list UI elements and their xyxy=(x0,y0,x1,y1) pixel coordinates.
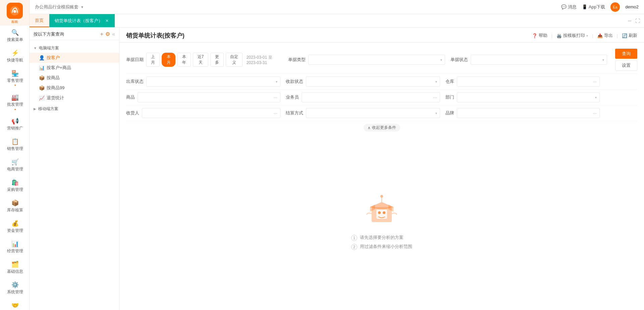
print-icon: 🖨️ xyxy=(556,33,562,38)
tree-item-by-customer[interactable]: 👤 按客户 xyxy=(30,53,119,63)
goods99-icon: 📦 xyxy=(39,85,45,91)
tree-arrow-icon: ▶ xyxy=(34,107,36,111)
tree-item-by-goods-99[interactable]: 📦 按商品99 xyxy=(30,83,119,93)
brand-input[interactable]: ··· xyxy=(457,108,600,118)
tab-home[interactable]: 首页 xyxy=(30,14,49,27)
sidebar: 标账 🔍 搜索菜单 ⚡ 快捷导航 🏪 零售管理 ▾ 🏭 批发管理 ▴ 📢 营销推… xyxy=(0,0,30,310)
refresh-button[interactable]: 🔄 刷新 xyxy=(622,33,637,39)
tree-item-return-stats[interactable]: 📈 退货统计 xyxy=(30,93,119,103)
dept-select[interactable]: ▾ xyxy=(457,92,600,102)
user-avatar[interactable]: Ea xyxy=(610,2,620,12)
system-icon: ⚙️ xyxy=(11,281,19,289)
receipt-status-label: 收款状态 xyxy=(286,79,303,85)
date-btn-this-year[interactable]: 本年 xyxy=(177,53,191,67)
settings-scheme-button[interactable]: ⚙ xyxy=(105,31,110,37)
breadcrumb: 办公用品行业模拟账套 xyxy=(35,4,78,10)
sidebar-item-label: 批发管理 xyxy=(7,102,23,107)
tree-item-by-customer-goods[interactable]: 📊 按客户+商品 xyxy=(30,63,119,73)
left-panel-title: 按以下方案查询 xyxy=(34,31,64,37)
left-panel-actions: + ⚙ « xyxy=(100,31,115,37)
svg-point-5 xyxy=(383,211,385,214)
left-panel-header: 按以下方案查询 + ⚙ « xyxy=(30,28,119,40)
doc-status-dropdown-icon: ▾ xyxy=(602,58,604,62)
sidebar-item-marketing[interactable]: 📢 营销推广 xyxy=(0,114,29,135)
add-scheme-button[interactable]: + xyxy=(100,31,103,37)
help-icon: ❓ xyxy=(532,33,537,38)
filter-section: 单据日期 上月 本月 本年 近7天 更多 自定义 2023-03-01 至 20… xyxy=(119,43,644,134)
top-header: 办公用品行业模拟账套 ▾ 💬 消息 📱 App下载 Ea demo2 xyxy=(30,0,644,14)
collapse-panel-button[interactable]: « xyxy=(112,31,115,37)
salesperson-dots-icon: ··· xyxy=(433,95,437,100)
sidebar-item-basic[interactable]: 🗂️ 基础信息 xyxy=(0,257,29,278)
tree-item-by-goods[interactable]: 📦 按商品 xyxy=(30,73,119,83)
basic-icon: 🗂️ xyxy=(11,261,19,268)
payment-select[interactable]: ▾ xyxy=(306,108,440,118)
sidebar-item-purchase[interactable]: 🛍️ 采购管理 xyxy=(0,175,29,196)
sales-icon: 📋 xyxy=(11,138,19,145)
page-actions: ❓ 帮助 | 🖨️ 按模板打印 ▾ | 📤 导出 | xyxy=(532,33,637,39)
dept-dropdown-icon: ▾ xyxy=(595,96,597,99)
sidebar-menu: 🔍 搜索菜单 ⚡ 快捷导航 🏪 零售管理 ▾ 🏭 批发管理 ▴ 📢 营销推广 📋… xyxy=(0,25,29,310)
date-btn-this-month[interactable]: 本月 xyxy=(162,53,175,67)
receipt-status-select[interactable]: ▾ xyxy=(306,76,440,87)
sidebar-item-sales[interactable]: 📋 销售管理 xyxy=(0,135,29,155)
svg-point-7 xyxy=(380,195,383,198)
empty-state: 1 请先选择要分析的方案 2 用过滤条件来缩小分析范围 xyxy=(119,134,644,310)
message-button[interactable]: 💬 消息 xyxy=(561,4,577,10)
tab-sales-stats[interactable]: 销货单统计表（按客户） ✕ xyxy=(49,14,115,27)
doc-status-label: 单据状态 xyxy=(450,57,468,63)
empty-step-1: 1 请先选择要分析的方案 xyxy=(351,235,412,241)
cooperation-icon: 🤝 xyxy=(11,302,19,309)
goods-input[interactable]: ··· xyxy=(138,92,280,102)
tree-group-desktop: ▼ 电脑端方案 👤 按客户 📊 按客户+商品 📦 按商品 xyxy=(30,43,119,104)
print-button[interactable]: 🖨️ 按模板打印 ▾ xyxy=(556,33,588,39)
out-status-select[interactable]: ▾ xyxy=(146,76,280,87)
retail-icon: 🏪 xyxy=(11,70,19,77)
brand-dots-icon: ··· xyxy=(593,110,597,116)
sidebar-item-wholesale[interactable]: 🏭 批发管理 ▴ xyxy=(0,90,29,114)
goods-label: 商品 xyxy=(126,94,135,100)
tree-group-mobile-header[interactable]: ▶ 移动端方案 xyxy=(30,104,119,113)
warehouse-input[interactable]: ··· xyxy=(457,76,600,87)
print-dropdown-icon: ▾ xyxy=(586,34,588,38)
tree-group-desktop-header[interactable]: ▼ 电脑端方案 xyxy=(30,44,119,53)
logo-text: 标账 xyxy=(11,19,18,24)
svg-point-1 xyxy=(13,10,16,13)
query-button[interactable]: 查询 xyxy=(615,49,637,59)
doc-type-select[interactable]: ▾ xyxy=(308,55,445,65)
sidebar-item-inventory[interactable]: 📦 库存核算 xyxy=(0,196,29,216)
sidebar-item-quick-nav[interactable]: ⚡ 快捷导航 xyxy=(0,46,29,66)
sidebar-item-label: 经营管理 xyxy=(7,248,23,254)
empty-step-2: 2 用过滤条件来缩小分析范围 xyxy=(351,244,412,250)
collapse-filters-button[interactable]: ∧ 收起更多条件 xyxy=(364,124,400,132)
sidebar-item-cooperation[interactable]: 🤝 企业协同 xyxy=(0,298,29,310)
date-filter: 上月 本月 本年 近7天 更多 自定义 2023-03-01 至 2023-03… xyxy=(146,53,283,67)
tab-minimize-button[interactable]: ─ xyxy=(627,17,633,25)
sidebar-item-operations[interactable]: 📊 经营管理 xyxy=(0,237,29,257)
return-icon: 📈 xyxy=(39,95,45,101)
consignee-input[interactable]: ··· xyxy=(142,108,280,118)
breadcrumb-dropdown[interactable]: ▾ xyxy=(81,5,83,9)
date-btn-more[interactable]: 更多 xyxy=(210,53,224,67)
tab-close-button[interactable]: ✕ xyxy=(105,18,109,24)
app-download-button[interactable]: 📱 App下载 xyxy=(582,4,605,10)
sidebar-item-system[interactable]: ⚙️ 系统管理 xyxy=(0,278,29,298)
tab-sales-stats-label: 销货单统计表（按客户） xyxy=(55,18,103,24)
help-button[interactable]: ❓ 帮助 xyxy=(532,33,547,39)
settings-button[interactable]: 设置 xyxy=(615,60,637,71)
sidebar-item-retail[interactable]: 🏪 零售管理 ▾ xyxy=(0,66,29,90)
salesperson-input[interactable]: ··· xyxy=(302,92,440,102)
sidebar-item-finance[interactable]: 💰 资金管理 xyxy=(0,216,29,237)
finance-icon: 💰 xyxy=(11,220,19,227)
sidebar-item-label: 采购管理 xyxy=(7,187,23,193)
tab-expand-button[interactable]: ⛶ xyxy=(634,17,641,25)
export-button[interactable]: 📤 导出 xyxy=(597,33,613,39)
tab-bar: 首页 销货单统计表（按客户） ✕ ─ ⛶ xyxy=(30,14,644,28)
doc-status-select[interactable]: ▾ xyxy=(471,55,607,65)
sidebar-item-ecommerce[interactable]: 🛒 电商管理 xyxy=(0,155,29,175)
date-btn-last-month[interactable]: 上月 xyxy=(146,53,160,67)
date-btn-custom[interactable]: 自定义 xyxy=(226,53,243,67)
sidebar-item-search[interactable]: 🔍 搜索菜单 xyxy=(0,25,29,46)
date-btn-7days[interactable]: 近7天 xyxy=(193,53,208,67)
expand-icon: ▴ xyxy=(14,107,16,111)
